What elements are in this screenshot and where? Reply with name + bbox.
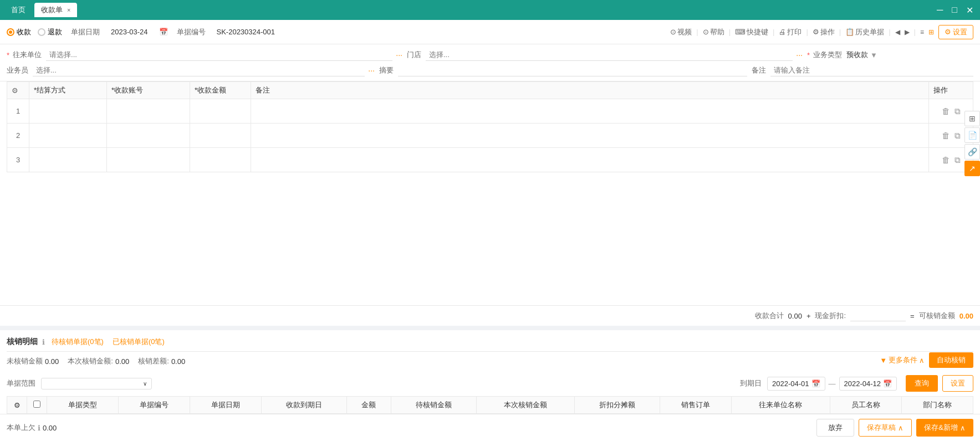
- tab-bar: 首页 收款单 × ─ □ ✕: [0, 0, 980, 20]
- radio-refund[interactable]: 退款: [38, 27, 62, 37]
- nav-prev[interactable]: ◀: [895, 28, 900, 36]
- maximize-btn[interactable]: □: [950, 5, 959, 16]
- filter-icon: ▼: [880, 356, 887, 365]
- th-pending: 待核销金额: [391, 397, 476, 414]
- sep4: |: [806, 28, 808, 36]
- tab-home[interactable]: 首页: [4, 3, 32, 17]
- radio-income-dot: [7, 28, 14, 36]
- print-link[interactable]: 🖨 打印: [779, 27, 802, 37]
- history-link[interactable]: 📋 历史单据: [845, 27, 884, 37]
- footer-limit-label: 本单上欠: [7, 423, 35, 433]
- row-note-2[interactable]: [251, 124, 929, 148]
- row-note-1[interactable]: [251, 99, 929, 124]
- info-icon[interactable]: ℹ: [42, 338, 45, 346]
- unverified-label: 未核销金额: [7, 356, 43, 366]
- right-btn-link[interactable]: 🔗: [964, 144, 980, 160]
- copy-icon-3[interactable]: ⧉: [955, 155, 961, 165]
- save-new-button[interactable]: 保存&新增 ∧: [916, 419, 973, 437]
- row-account-3[interactable]: [107, 148, 190, 172]
- date-to-wrapper[interactable]: 2022-04-12 📅: [839, 377, 897, 391]
- from-unit-more[interactable]: ···: [396, 50, 402, 59]
- right-btn-table[interactable]: ⊞: [964, 111, 980, 126]
- th-doc-date: 单据日期: [190, 397, 262, 414]
- more-conditions-btn[interactable]: ▼ 更多条件 ∧: [880, 355, 925, 365]
- row-settle-2[interactable]: [29, 124, 107, 148]
- nav-next[interactable]: ▶: [905, 28, 910, 36]
- hexiao-pending-tab[interactable]: 待核销单据(0笔): [49, 336, 106, 348]
- row-note-3[interactable]: [251, 148, 929, 172]
- hexiao-done-tab[interactable]: 已核销单据(0笔): [110, 336, 167, 348]
- gear-icon[interactable]: ⚙: [12, 86, 18, 95]
- radio-refund-label: 退款: [48, 27, 62, 37]
- row-settle-1[interactable]: [29, 99, 107, 124]
- cal-from-icon[interactable]: 📅: [811, 380, 820, 388]
- right-btn-doc[interactable]: 📄: [964, 127, 980, 143]
- ops-link[interactable]: ⚙ 操作: [813, 27, 835, 37]
- th-gear[interactable]: ⚙: [7, 82, 29, 99]
- video-link[interactable]: ⊙ 视频: [670, 27, 692, 37]
- remark-input[interactable]: [770, 64, 973, 76]
- row-account-1[interactable]: [107, 99, 190, 124]
- select-all-checkbox[interactable]: [33, 401, 40, 408]
- summary-input[interactable]: [398, 64, 747, 76]
- discount-input[interactable]: [850, 310, 906, 321]
- th-account: *收款账号: [107, 82, 190, 99]
- info-icon-footer[interactable]: ℹ: [38, 424, 40, 432]
- biz-type-select[interactable]: 预收款 ▼: [846, 50, 877, 60]
- right-btn-active[interactable]: ↗: [964, 161, 980, 176]
- total-label: 收款合计: [755, 311, 784, 321]
- table-header-row: ⚙ *结算方式 *收款账号 *收款金额 备注 操作: [7, 82, 973, 99]
- diff-label: 核销差额:: [138, 356, 169, 366]
- radio-group: 收款 退款: [7, 27, 62, 37]
- store-label: 门店: [407, 50, 421, 60]
- th-amount: 金额: [346, 397, 391, 414]
- copy-icon-2[interactable]: ⧉: [955, 131, 961, 141]
- unverified-value: 0.00: [45, 357, 59, 366]
- close-btn[interactable]: ✕: [964, 5, 976, 16]
- radio-income[interactable]: 收款: [7, 27, 31, 37]
- hexiao-header: 核销明细 ℹ 待核销单据(0笔) 已核销单据(0笔): [7, 330, 973, 352]
- total-value: 0.00: [788, 312, 802, 320]
- cal-to-icon[interactable]: 📅: [883, 380, 892, 388]
- date-from-wrapper[interactable]: 2022-04-01 📅: [767, 377, 825, 391]
- delete-icon-2[interactable]: 🗑: [942, 131, 950, 140]
- grid-view[interactable]: ⊞: [928, 28, 934, 36]
- delete-icon-3[interactable]: 🗑: [942, 155, 950, 165]
- th-note: 备注: [251, 82, 929, 99]
- hexiao-title: 核销明细: [7, 337, 38, 347]
- gear-bottom-icon[interactable]: ⚙: [14, 401, 21, 409]
- query-button[interactable]: 查询: [906, 375, 938, 392]
- footer-limit-value: 0.00: [43, 424, 57, 432]
- shortcut-link[interactable]: ⌨ 快捷键: [735, 27, 768, 37]
- draft-button[interactable]: 保存草稿 ∧: [859, 419, 912, 437]
- date-to-value: 2022-04-12: [844, 380, 881, 388]
- row-settle-3[interactable]: [29, 148, 107, 172]
- auto-verify-button[interactable]: 自动核销: [929, 352, 973, 368]
- list-view[interactable]: ≡: [920, 28, 924, 36]
- calendar-icon[interactable]: 📅: [159, 28, 168, 36]
- row-amount-3[interactable]: [190, 148, 251, 172]
- row-amount-1[interactable]: [190, 99, 251, 124]
- store-more[interactable]: ···: [796, 50, 803, 59]
- discard-button[interactable]: 放弃: [816, 419, 854, 437]
- row-account-2[interactable]: [107, 124, 190, 148]
- th-checkbox[interactable]: [27, 397, 47, 414]
- shortcut-label: 快捷键: [747, 27, 768, 37]
- from-unit-input[interactable]: [46, 49, 392, 61]
- delete-icon-1[interactable]: 🗑: [942, 106, 950, 116]
- th-gear-bottom[interactable]: ⚙: [7, 397, 27, 414]
- settings-button[interactable]: ⚙ 设置: [938, 25, 973, 39]
- tab-close-icon[interactable]: ×: [67, 7, 70, 13]
- bottom-settings-button[interactable]: 设置: [942, 375, 973, 392]
- row-amount-2[interactable]: [190, 124, 251, 148]
- shortcut-icon: ⌨: [735, 28, 746, 36]
- staff-input[interactable]: [33, 64, 365, 76]
- help-link[interactable]: ⊙ 帮助: [703, 27, 724, 37]
- tab-active[interactable]: 收款单 ×: [34, 3, 77, 17]
- store-input[interactable]: [426, 49, 793, 61]
- radio-income-label: 收款: [17, 27, 31, 37]
- copy-icon-1[interactable]: ⧉: [955, 106, 961, 116]
- range-select[interactable]: ∨: [41, 378, 152, 389]
- minimize-btn[interactable]: ─: [935, 5, 945, 16]
- staff-more[interactable]: ···: [368, 66, 375, 75]
